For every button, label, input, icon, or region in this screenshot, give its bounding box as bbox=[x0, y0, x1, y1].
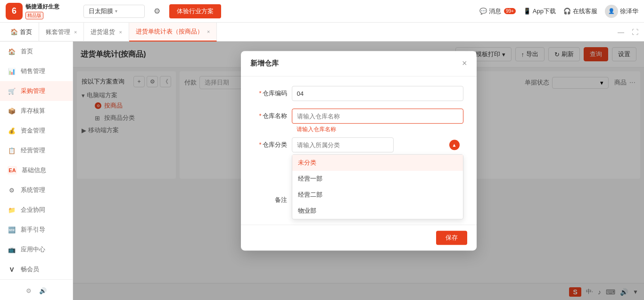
gear-icon: ⚙ bbox=[154, 7, 160, 16]
settings-button[interactable]: ⚙ bbox=[149, 4, 165, 19]
sidebar-item-purchase[interactable]: 🛒 采购管理 bbox=[0, 81, 73, 101]
sidebar-purchase-label: 采购管理 bbox=[21, 87, 45, 95]
sidebar-bottom: ⚙ 🔊 bbox=[0, 279, 73, 300]
inventory-icon: 📦 bbox=[8, 107, 16, 115]
sidebar-item-sales[interactable]: 📊 销售管理 bbox=[0, 61, 73, 81]
dropdown-item-ops2[interactable]: 经营二部 bbox=[292, 187, 463, 203]
dropdown-item-ops1[interactable]: 经营一部 bbox=[292, 171, 463, 187]
content-area: 进货单统计(按商品) 🖨 按模板打印 ↑ 导出 ↻ 刷新 查询 bbox=[73, 42, 644, 300]
app-name: 畅捷通好生意 bbox=[25, 3, 59, 11]
dropdown-item-unclassified[interactable]: 未分类 bbox=[292, 155, 463, 171]
tab-home-label: 首页 bbox=[20, 28, 32, 36]
sidebar-item-finance[interactable]: 💰 资金管理 bbox=[0, 121, 73, 141]
app-badge: 精品版 bbox=[25, 12, 43, 19]
sidebar-home-label: 首页 bbox=[21, 47, 33, 56]
message-badge: 99+ bbox=[504, 8, 516, 14]
purchase-icon: 🛒 bbox=[8, 87, 16, 95]
tab-purchase-return[interactable]: 进货退货 × bbox=[84, 23, 129, 42]
name-error-msg: 请输入仓库名称 bbox=[297, 125, 463, 133]
message-label: 消息 bbox=[489, 7, 501, 16]
sidebar-collapse-icon[interactable]: 🔊 bbox=[39, 287, 47, 294]
operations-icon: 📋 bbox=[8, 146, 16, 155]
tab-account-close[interactable]: × bbox=[74, 29, 77, 35]
form-row-name: 仓库名称 bbox=[254, 108, 463, 124]
sidebar-item-enterprise[interactable]: 📁 企业协同 bbox=[0, 200, 73, 220]
modal-footer: 保存 bbox=[241, 225, 477, 250]
store-selector[interactable]: 日太阳膜 bbox=[83, 5, 145, 18]
note-label: 备注 bbox=[254, 196, 292, 204]
sidebar-vip-label: 畅会员 bbox=[21, 265, 39, 274]
finance-icon: 💰 bbox=[8, 126, 16, 135]
sidebar-item-app-center[interactable]: 📺 应用中心 bbox=[0, 240, 73, 259]
modal-title: 新增仓库 bbox=[250, 59, 279, 68]
tab-expand-icon[interactable]: ⛶ bbox=[630, 26, 640, 38]
app-download-button[interactable]: 📱 App下载 bbox=[523, 7, 556, 16]
messages-button[interactable]: 💬 消息 99+ bbox=[479, 7, 516, 16]
sidebar-item-guide[interactable]: 🆕 新手引导 bbox=[0, 220, 73, 240]
tab-purchase-return-close[interactable]: × bbox=[119, 29, 122, 35]
sidebar-system-label: 系统管理 bbox=[21, 186, 45, 194]
category-input[interactable] bbox=[292, 137, 394, 152]
tab-purchase-stats[interactable]: 进货单统计表（按商品） × bbox=[129, 23, 217, 42]
tab-purchase-stats-close[interactable]: × bbox=[207, 29, 210, 34]
enterprise-icon: 📁 bbox=[8, 206, 16, 214]
avatar: 👤 bbox=[605, 5, 618, 18]
code-input[interactable] bbox=[292, 86, 463, 101]
customer-service-button[interactable]: 🎧 在线客服 bbox=[563, 7, 597, 16]
top-bar: 6 畅捷通好生意 精品版 日太阳膜 ⚙ 体验行业方案 💬 消息 99+ 📱 Ap… bbox=[0, 0, 644, 23]
dropdown-item-property[interactable]: 物业部 bbox=[292, 203, 463, 219]
sidebar-item-system[interactable]: ⚙ 系统管理 bbox=[0, 180, 73, 200]
sidebar-app-center-label: 应用中心 bbox=[21, 245, 45, 254]
category-select-wrap: ▲ 未分类 经营一部 经营二部 物业部 bbox=[292, 137, 463, 152]
code-label: 仓库编码 bbox=[254, 89, 292, 98]
tab-account[interactable]: 账套管理 × bbox=[39, 23, 84, 42]
tab-home[interactable]: 🏠 首页 bbox=[4, 23, 39, 42]
sidebar-item-basic-info[interactable]: EA 基础信息 bbox=[0, 160, 73, 180]
top-bar-right: 💬 消息 99+ 📱 App下载 🎧 在线客服 👤 徐泽华 bbox=[479, 5, 638, 18]
sidebar: 🏠 首页 📊 销售管理 🛒 采购管理 📦 库存核算 💰 资金管理 📋 经营管理 … bbox=[0, 42, 73, 300]
form-row-name-wrap: 仓库名称 请输入仓库名称 bbox=[254, 108, 463, 133]
app-label: App下载 bbox=[533, 7, 556, 16]
sales-icon: 📊 bbox=[8, 67, 16, 75]
category-label: 仓库分类 bbox=[254, 141, 292, 149]
sidebar-item-operations[interactable]: 📋 经营管理 bbox=[0, 141, 73, 160]
save-button[interactable]: 保存 bbox=[436, 231, 467, 245]
tab-minimize-icon[interactable]: — bbox=[616, 26, 626, 38]
category-dropdown: 未分类 经营一部 经营二部 物业部 bbox=[292, 154, 463, 219]
message-icon: 💬 bbox=[479, 8, 487, 15]
add-warehouse-modal: 新增仓库 × 仓库编码 仓库名称 请输入仓库名称 bbox=[241, 51, 477, 250]
name-input[interactable] bbox=[292, 108, 463, 124]
name-label: 仓库名称 bbox=[254, 112, 292, 120]
app-icon: 📱 bbox=[523, 8, 531, 15]
service-label: 在线客服 bbox=[573, 7, 597, 16]
store-dropdown-arrow bbox=[115, 8, 117, 14]
modal-header: 新增仓库 × bbox=[241, 51, 477, 76]
tab-account-label: 账套管理 bbox=[46, 28, 70, 36]
form-row-category: 仓库分类 ▲ 未分类 经营一部 经营二部 物业部 bbox=[254, 137, 463, 152]
home-icon: 🏠 bbox=[8, 47, 16, 56]
sidebar-basic-info-label: 基础信息 bbox=[22, 166, 46, 175]
tab-purchase-stats-label: 进货单统计表（按商品） bbox=[136, 27, 203, 36]
sidebar-settings-icon[interactable]: ⚙ bbox=[26, 287, 32, 294]
app-center-icon: 📺 bbox=[8, 245, 16, 254]
main-layout: 🏠 首页 📊 销售管理 🛒 采购管理 📦 库存核算 💰 资金管理 📋 经营管理 … bbox=[0, 42, 644, 300]
vip-icon: V bbox=[8, 265, 16, 274]
sidebar-finance-label: 资金管理 bbox=[21, 126, 45, 135]
user-profile-button[interactable]: 👤 徐泽华 bbox=[605, 5, 638, 18]
home-icon: 🏠 bbox=[10, 28, 18, 35]
modal-body: 仓库编码 仓库名称 请输入仓库名称 仓库分类 ▲ bbox=[241, 76, 477, 225]
category-arrow-icon: ▲ bbox=[449, 140, 460, 150]
sidebar-item-home[interactable]: 🏠 首页 bbox=[0, 42, 73, 61]
system-icon: ⚙ bbox=[8, 186, 16, 194]
basic-info-icon: EA bbox=[8, 166, 17, 175]
trial-button[interactable]: 体验行业方案 bbox=[169, 4, 221, 18]
modal-close-button[interactable]: × bbox=[462, 58, 467, 68]
logo-area: 6 畅捷通好生意 精品版 bbox=[6, 3, 79, 20]
store-name: 日太阳膜 bbox=[89, 7, 113, 16]
sidebar-item-vip[interactable]: V 畅会员 bbox=[0, 259, 73, 279]
sidebar-guide-label: 新手引导 bbox=[21, 225, 45, 234]
sidebar-item-inventory[interactable]: 📦 库存核算 bbox=[0, 101, 73, 121]
sidebar-sales-label: 销售管理 bbox=[21, 67, 45, 75]
tab-bar-controls: — ⛶ bbox=[616, 26, 640, 38]
form-row-code: 仓库编码 bbox=[254, 86, 463, 101]
